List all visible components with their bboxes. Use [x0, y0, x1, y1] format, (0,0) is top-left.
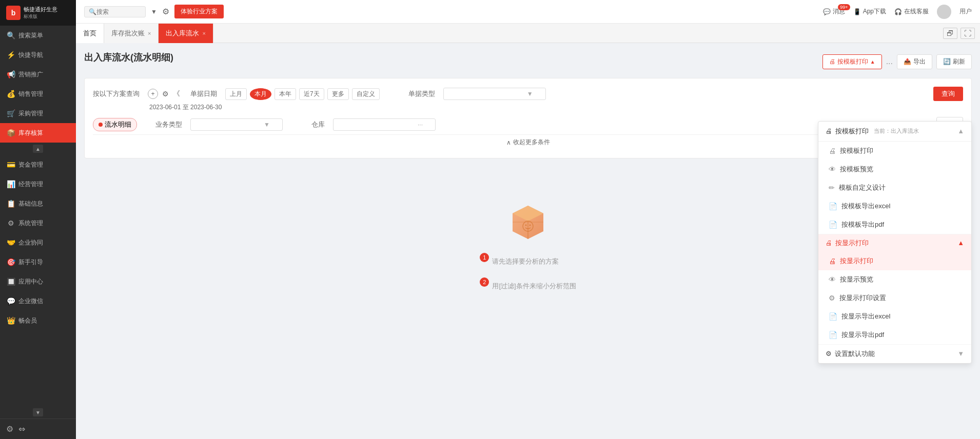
- current-label: 当前：出入库流水: [874, 127, 919, 135]
- sidebar-scroll-up: ▲: [0, 143, 76, 155]
- tab-flow[interactable]: 出入库流水 ×: [159, 24, 213, 43]
- flow-detail-badge[interactable]: 流水明细: [93, 118, 137, 131]
- sidebar-item-basic[interactable]: 📋 基础信息: [0, 194, 76, 213]
- cart-icon: 🛒: [6, 109, 15, 118]
- warehouse-more-icon[interactable]: ···: [418, 121, 423, 128]
- display-preview-item[interactable]: 👁 按显示预览: [818, 270, 971, 289]
- refresh-button[interactable]: 🔄 刷新: [936, 54, 972, 69]
- sidebar-bottom: ⚙ ⇔: [0, 418, 76, 439]
- topbar-dropdown-arrow[interactable]: ▼: [151, 8, 157, 15]
- topbar: 🔍 ▼ ⚙ 体验行业方案 💬 消息 99+ 📱 App下载 🎧 在线客服 用户: [76, 0, 980, 24]
- app-download-button[interactable]: 📱 App下载: [853, 7, 886, 16]
- sidebar-item-shortcut[interactable]: ⚡ 快捷导航: [0, 45, 76, 65]
- export-label: 导出: [913, 57, 926, 66]
- bill-type-select[interactable]: ▼: [443, 88, 546, 100]
- user-name: 用户: [959, 7, 972, 16]
- sidebar-item-appstore[interactable]: 🔲 应用中心: [0, 272, 76, 291]
- tab-restore-btn[interactable]: 🗗: [943, 28, 957, 39]
- sidebar-item-marketing[interactable]: 📢 营销推广: [0, 65, 76, 84]
- sidebar-item-member[interactable]: 👑 畅会员: [0, 311, 76, 330]
- collapse-sidebar-icon[interactable]: ⇔: [18, 424, 25, 434]
- template-print-item[interactable]: 🖨 按模板打印: [818, 142, 971, 160]
- sidebar-item-guide[interactable]: 🎯 新手引导: [0, 252, 76, 272]
- customer-service-label: 在线客服: [904, 7, 929, 16]
- sidebar-item-operations[interactable]: 📊 经营管理: [0, 174, 76, 194]
- date-btn-this-month[interactable]: 本月: [250, 88, 271, 100]
- tab-flow-close[interactable]: ×: [202, 30, 205, 36]
- app-logo-icon: b: [6, 6, 21, 20]
- user-avatar[interactable]: [937, 5, 951, 19]
- industry-solution-button[interactable]: 体验行业方案: [174, 5, 224, 18]
- dropdown-header: 🖨 按模板打印 当前：出入库流水 ▲: [818, 122, 971, 142]
- topbar-search-icon: 🔍: [89, 8, 96, 15]
- settings-icon[interactable]: ⚙: [6, 424, 13, 434]
- tab-inventory-batch-close[interactable]: ×: [148, 30, 151, 36]
- sidebar-item-finance[interactable]: 💳 资金管理: [0, 155, 76, 174]
- dropdown-collapse-arrow[interactable]: ▲: [957, 127, 964, 135]
- megaphone-icon: 📢: [6, 70, 15, 79]
- filter-collapse-icon[interactable]: 《: [173, 89, 180, 98]
- scroll-up-btn[interactable]: ▲: [33, 145, 43, 153]
- handshake-icon: 🤝: [6, 238, 15, 247]
- tab-inventory-batch[interactable]: 库存批次账 ×: [104, 24, 159, 43]
- template-export-pdf-item[interactable]: 📄 按模板导出pdf: [818, 215, 971, 234]
- sidebar-item-purchase[interactable]: 🛒 采购管理: [0, 104, 76, 123]
- sidebar-item-collab[interactable]: 🤝 企业协同: [0, 233, 76, 252]
- default-function-icon: ⚙: [826, 350, 832, 357]
- topbar-search-input[interactable]: [96, 8, 138, 15]
- sidebar-item-system[interactable]: ⚙ 系统管理: [0, 213, 76, 233]
- date-btn-custom[interactable]: 自定义: [352, 88, 380, 100]
- sidebar-item-sales[interactable]: 💰 销售管理: [0, 84, 76, 104]
- tab-home[interactable]: 首页: [76, 24, 104, 43]
- print-template-button[interactable]: 🖨 按模板打印 ▲: [822, 54, 882, 69]
- dropdown-title: 🖨 按模板打印 当前：出入库流水: [826, 127, 919, 136]
- sidebar-item-inventory[interactable]: 📦 库存核算: [0, 123, 76, 143]
- tab-expand-btn[interactable]: ⛶: [961, 28, 975, 39]
- sidebar-item-label: 企业协同: [18, 238, 43, 247]
- dropdown-footer[interactable]: ⚙ 设置默认功能 ▼: [818, 345, 971, 363]
- tab-home-label: 首页: [83, 29, 96, 38]
- display-export-excel-item[interactable]: 📄 按显示导出excel: [818, 307, 971, 326]
- template-preview-item[interactable]: 👁 按模板预览: [818, 160, 971, 178]
- topbar-gear-icon[interactable]: ⚙: [162, 7, 169, 16]
- message-button[interactable]: 💬 消息 99+: [823, 7, 845, 16]
- toolbar-more-label[interactable]: ...: [886, 57, 893, 66]
- template-export-excel-item[interactable]: 📄 按模板导出excel: [818, 197, 971, 215]
- display-print-settings-item[interactable]: ⚙ 按显示打印设置: [818, 289, 971, 307]
- display-print-item[interactable]: 🖨 按显示打印: [818, 252, 971, 270]
- sidebar-item-label: 新手引导: [18, 258, 43, 267]
- template-print-section: 🖨 按模板打印 👁 按模板预览 ✏ 模板自定义设计 📄: [818, 142, 971, 234]
- eye-icon-d: 👁: [829, 275, 836, 284]
- clipboard-icon: 📋: [6, 199, 15, 208]
- topbar-search-box[interactable]: 🔍: [84, 6, 146, 17]
- print-template-label: 按模板打印: [837, 57, 868, 66]
- eye-icon-t: 👁: [829, 165, 836, 173]
- app-download-icon: 📱: [853, 8, 861, 15]
- display-print-section-header[interactable]: 🖨 按显示打印 ▲: [818, 234, 971, 252]
- sidebar-item-wechat[interactable]: 💬 企业微信: [0, 291, 76, 311]
- business-type-select[interactable]: ▼: [190, 118, 283, 131]
- sidebar-item-label: 销售管理: [18, 90, 43, 98]
- warehouse-select[interactable]: ···: [333, 118, 436, 131]
- grid-icon: 🔲: [6, 277, 15, 286]
- date-btn-7days[interactable]: 近7天: [299, 88, 324, 100]
- filter-add-button[interactable]: +: [148, 89, 158, 99]
- box-icon: 📦: [6, 128, 15, 137]
- empty-step-2: 2 用[过滤]条件来缩小分析范围: [480, 273, 576, 291]
- date-btn-last-month[interactable]: 上月: [225, 88, 247, 100]
- date-range-display: 2023-06-01 至 2023-06-30: [149, 104, 222, 111]
- customer-service-button[interactable]: 🎧 在线客服: [894, 7, 929, 16]
- display-export-pdf-item[interactable]: 📄 按显示导出pdf: [818, 326, 971, 344]
- display-export-excel-label: 按显示导出excel: [841, 312, 890, 321]
- refresh-label: 刷新: [953, 57, 965, 66]
- template-custom-item[interactable]: ✏ 模板自定义设计: [818, 178, 971, 197]
- filter-settings-icon[interactable]: ⚙: [162, 90, 169, 98]
- export-button[interactable]: 📤 导出: [897, 54, 932, 69]
- date-btn-this-year[interactable]: 本年: [275, 88, 296, 100]
- flow-detail-dot: [99, 123, 103, 127]
- query-button[interactable]: 查询: [933, 87, 963, 101]
- filter-by-label: 按以下方案查询: [93, 89, 140, 98]
- scroll-down-btn[interactable]: ▼: [33, 408, 43, 416]
- sidebar-item-search[interactable]: 🔍 搜索菜单: [0, 26, 76, 45]
- date-btn-more[interactable]: 更多: [327, 88, 349, 100]
